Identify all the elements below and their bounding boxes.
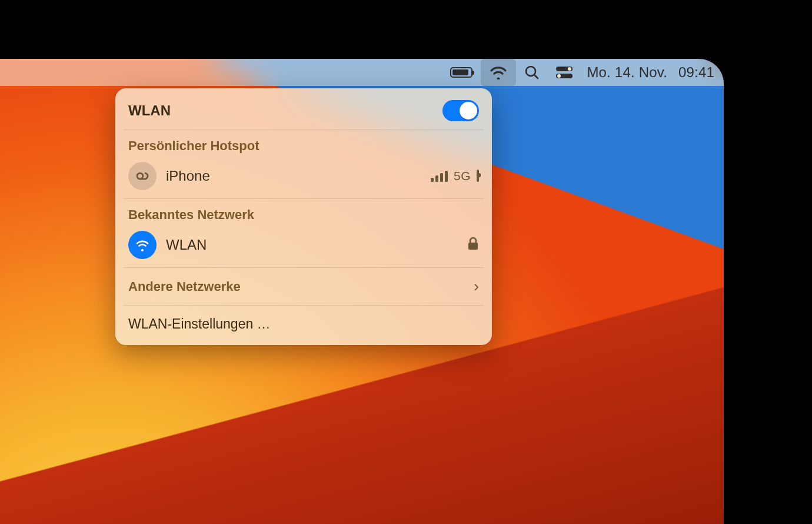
wifi-toggle-knob (460, 102, 477, 120)
hotspot-status: 5G (431, 169, 479, 183)
menubar-datetime[interactable]: Mo. 14. Nov. 09:41 (581, 64, 714, 81)
wifi-toggle[interactable] (442, 100, 479, 121)
laptop-bezel: Mo. 14. Nov. 09:41 WLAN Persönlicher Hot… (0, 0, 812, 524)
cellular-type-label: 5G (454, 169, 471, 183)
menubar-battery-item[interactable] (442, 59, 481, 86)
battery-icon (450, 67, 472, 78)
menubar-wifi-item[interactable] (481, 59, 516, 86)
wifi-title-row: WLAN (115, 88, 492, 130)
menubar-control-center-item[interactable] (548, 59, 581, 86)
svg-line-1 (534, 75, 538, 78)
other-networks-row[interactable]: Andere Netzwerke › (115, 268, 492, 305)
control-center-icon (556, 67, 573, 78)
wifi-icon (489, 65, 508, 79)
menubar-date: Mo. 14. Nov. (587, 64, 667, 80)
known-network-name: WLAN (166, 237, 458, 253)
hotspot-row[interactable]: iPhone 5G (115, 157, 492, 198)
cellular-signal-icon (431, 170, 448, 182)
wifi-dropdown-panel: WLAN Persönlicher Hotspot iPhone (115, 88, 492, 345)
known-section-label: Bekanntes Netzwerk (115, 199, 492, 226)
wifi-settings-label: WLAN-Einstellungen … (128, 316, 271, 332)
wifi-settings-row[interactable]: WLAN-Einstellungen … (115, 306, 492, 345)
hotspot-name: iPhone (166, 168, 421, 184)
other-networks-label: Andere Netzwerke (128, 279, 241, 294)
hotspot-icon (128, 162, 157, 190)
menubar-time: 09:41 (678, 64, 714, 80)
hotspot-battery-icon (477, 171, 479, 181)
lock-icon (467, 237, 479, 253)
chevron-right-icon: › (474, 277, 479, 296)
wifi-title-label: WLAN (128, 102, 171, 119)
hotspot-section-label: Persönlicher Hotspot (115, 130, 492, 157)
menu-bar: Mo. 14. Nov. 09:41 (0, 59, 724, 86)
search-icon (524, 65, 540, 80)
wifi-connected-icon (128, 231, 157, 259)
known-network-row[interactable]: WLAN (115, 226, 492, 267)
screen: Mo. 14. Nov. 09:41 WLAN Persönlicher Hot… (0, 59, 724, 524)
menubar-spotlight-item[interactable] (516, 59, 548, 86)
svg-rect-2 (468, 243, 478, 250)
